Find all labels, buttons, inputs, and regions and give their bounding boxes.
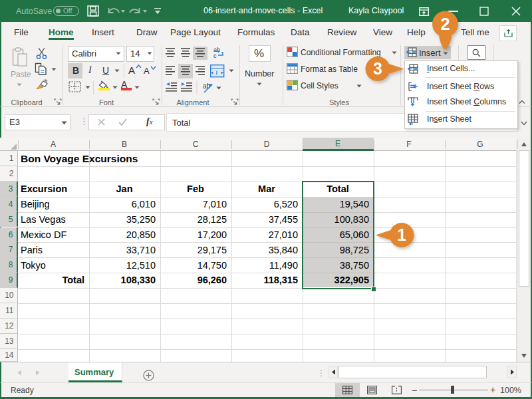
svg-text:ab: ab — [203, 82, 211, 90]
svg-text:c: c — [213, 53, 217, 59]
svg-text:3: 3 — [373, 59, 382, 78]
svg-text:2: 2 — [440, 14, 450, 34]
svg-text:1: 1 — [397, 225, 406, 244]
